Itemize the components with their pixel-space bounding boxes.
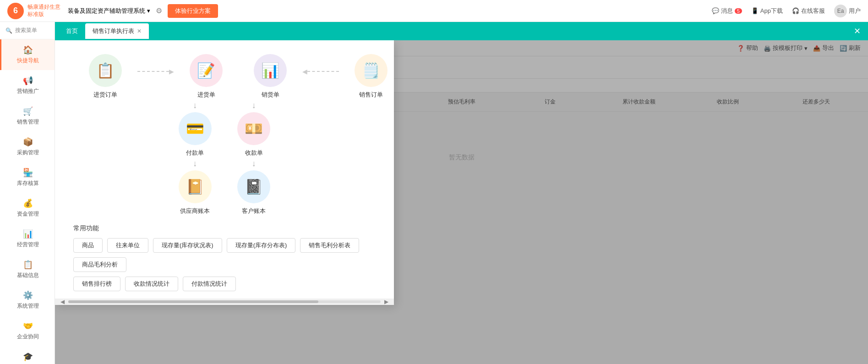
func-buttons-row1: 商品 往来单位 现存量(库存状况表) 现存量(库存分布表) 销售毛利分析表 商品… <box>73 238 376 272</box>
func-btn-product[interactable]: 商品 <box>73 238 103 253</box>
purchase-order-node[interactable]: 📋 <box>89 54 122 87</box>
purchase-icon: 📦 <box>23 137 33 147</box>
sales-icon: 🛒 <box>23 106 33 116</box>
func-btn-partners[interactable]: 往来单位 <box>107 238 148 253</box>
logo-area: 6 畅康通好生意 标准版 <box>7 3 62 19</box>
sidebar-item-system[interactable]: ⚙️ 系统管理 <box>0 285 55 315</box>
purchase-order-label: 进货订单 <box>93 91 117 99</box>
tab-home[interactable]: 首页 <box>59 23 85 39</box>
scroll-left-icon[interactable]: ◀ <box>60 299 65 305</box>
tab-sales-order[interactable]: 销售订单执行表 ✕ <box>85 23 149 39</box>
common-functions-title: 常用功能 <box>73 224 376 233</box>
func-btn-sales-profit[interactable]: 销售毛利分析表 <box>300 238 359 253</box>
search-icon: 🔍 <box>5 27 12 34</box>
supplier-account-node[interactable]: 📔 <box>179 170 212 203</box>
tab-bar: 首页 销售订单执行表 ✕ ✕ <box>55 22 868 40</box>
supplier-account-label: 供应商账本 <box>180 207 210 215</box>
top-bar-right: 💬 消息 5 📱 App下载 🎧 在线客服 Ea 用户 <box>712 5 861 17</box>
enterprise-icon: 🤝 <box>23 321 33 331</box>
sidebar-item-sales[interactable]: 🛒 销售管理 <box>0 101 55 131</box>
sidebar-item-basic-info[interactable]: 📋 基础信息 <box>0 254 55 285</box>
marketing-icon: 📢 <box>23 76 33 86</box>
main-area: 🔍 搜索菜单 🏠 快捷导航 📢 营销推广 🛒 销售管理 📦 采购管理 🏪 <box>0 22 868 364</box>
message-item[interactable]: 💬 消息 5 <box>712 7 742 15</box>
operations-icon: 📊 <box>23 229 33 239</box>
modal-box: 📋 进货订单 ▶ <box>55 40 394 305</box>
system-icon: ⚙️ <box>23 290 33 300</box>
finance-icon: 💰 <box>23 198 33 208</box>
func-btn-product-profit[interactable]: 商品毛利分析 <box>73 257 126 272</box>
func-buttons-row2: 销售排行榜 收款情况统计 付款情况统计 <box>73 277 376 291</box>
func-btn-sales-rank[interactable]: 销售排行榜 <box>73 277 120 291</box>
sales-bill-label: 销货单 <box>262 91 279 99</box>
sidebar-item-inventory[interactable]: 🏪 库存核算 <box>0 162 55 193</box>
user-item[interactable]: Ea 用户 <box>834 5 861 17</box>
sidebar-item-quick-nav[interactable]: 🏠 快捷导航 <box>0 39 55 70</box>
system-name-label: 装备及固定资产辅助管理系统 <box>68 7 145 15</box>
func-btn-stock-status[interactable]: 现存量(库存状况表) <box>153 238 222 253</box>
purchase-bill-label: 进货单 <box>197 91 215 99</box>
customer-account-label: 客户账本 <box>242 207 266 215</box>
chevron-down-icon: ▾ <box>147 7 150 14</box>
func-btn-payment-stats[interactable]: 付款情况统计 <box>183 277 236 291</box>
settings-icon[interactable]: ⚙ <box>156 6 162 15</box>
sales-order-node[interactable]: 🗒️ <box>355 54 388 87</box>
top-bar-left: 6 畅康通好生意 标准版 装备及固定资产辅助管理系统 ▾ ⚙ 体验行业方案 <box>7 3 218 19</box>
system-name-dropdown[interactable]: 装备及固定资产辅助管理系统 ▾ <box>68 7 150 15</box>
content-area: 首页 销售订单执行表 ✕ ✕ ❓ 帮助 🖨️ <box>55 22 868 364</box>
payment-bill-label: 付款单 <box>186 149 204 157</box>
service-icon: 🎧 <box>792 7 799 14</box>
page-content: ❓ 帮助 🖨️ 按模板打印 ▾ 📤 导出 🔄 刷新 <box>55 40 868 364</box>
sidebar-item-enterprise[interactable]: 🤝 企业协同 <box>0 315 55 346</box>
guide-icon: 🎓 <box>23 352 33 362</box>
receipt-bill-node[interactable]: 💴 <box>237 112 270 145</box>
common-functions: 常用功能 商品 往来单位 现存量(库存状况表) 现存量(库存分布表) 销售毛利分… <box>73 224 376 291</box>
sidebar-item-operations[interactable]: 📊 经营管理 <box>0 223 55 254</box>
sidebar: 🔍 搜索菜单 🏠 快捷导航 📢 营销推广 🛒 销售管理 📦 采购管理 🏪 <box>0 22 55 364</box>
download-icon: 📱 <box>751 7 759 14</box>
top-bar: 6 畅康通好生意 标准版 装备及固定资产辅助管理系统 ▾ ⚙ 体验行业方案 💬 … <box>0 0 868 22</box>
modal-overlay: 📋 进货订单 ▶ <box>55 40 868 364</box>
logo-text: 畅康通好生意 标准版 <box>27 4 60 18</box>
basic-info-icon: 📋 <box>23 260 33 270</box>
sales-order-label: 销售订单 <box>359 91 383 99</box>
func-btn-stock-dist[interactable]: 现存量(库存分布表) <box>227 238 296 253</box>
message-badge: 5 <box>735 8 742 14</box>
sidebar-item-marketing[interactable]: 📢 营销推广 <box>0 70 55 101</box>
app-download-item[interactable]: 📱 App下载 <box>751 7 783 15</box>
app-logo-icon: 6 <box>7 3 24 19</box>
customer-account-node[interactable]: 📓 <box>237 170 270 203</box>
func-btn-receipt-stats[interactable]: 收款情况统计 <box>125 277 178 291</box>
sales-bill-node[interactable]: 📊 <box>254 54 287 87</box>
tab-bar-close-icon[interactable]: ✕ <box>850 26 864 36</box>
inventory-icon: 🏪 <box>23 168 33 178</box>
trial-button[interactable]: 体验行业方案 <box>168 4 218 18</box>
sidebar-item-guide[interactable]: 🎓 新手引导 <box>0 346 55 364</box>
online-service-item[interactable]: 🎧 在线客服 <box>792 7 825 15</box>
sidebar-search[interactable]: 🔍 搜索菜单 <box>0 22 55 39</box>
scroll-right-icon[interactable]: ▶ <box>384 299 388 305</box>
payment-bill-node[interactable]: 💳 <box>179 112 212 145</box>
receipt-bill-label: 收款单 <box>245 149 263 157</box>
home-icon: 🏠 <box>23 45 33 55</box>
sidebar-item-purchase[interactable]: 📦 采购管理 <box>0 131 55 162</box>
sidebar-item-finance[interactable]: 💰 资金管理 <box>0 193 55 223</box>
avatar: Ea <box>834 5 847 17</box>
message-icon: 💬 <box>712 7 719 14</box>
purchase-bill-node[interactable]: 📝 <box>190 54 223 87</box>
tab-close-icon[interactable]: ✕ <box>137 28 142 34</box>
